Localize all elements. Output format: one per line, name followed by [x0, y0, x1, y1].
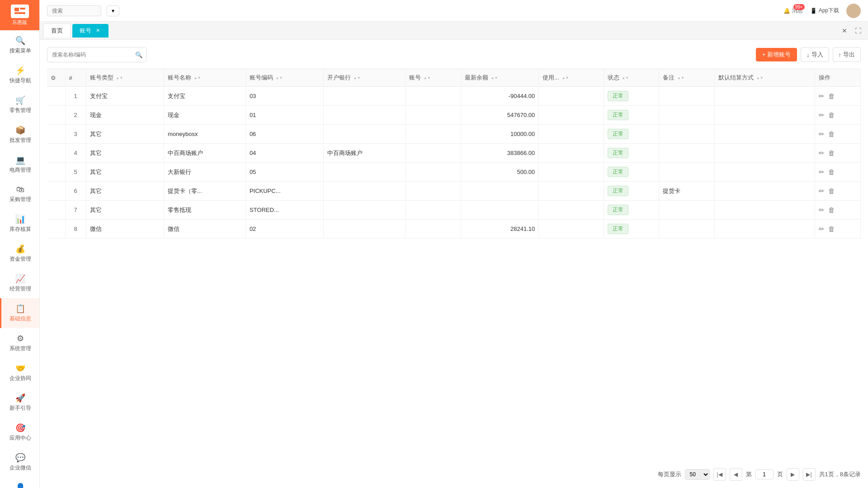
- row-actions-3: ✏ 🗑: [815, 144, 860, 163]
- delete-button-5[interactable]: 🗑: [828, 187, 835, 195]
- search-button[interactable]: 🔍: [132, 47, 146, 62]
- sidebar-label-quick-nav: 快捷导航: [9, 77, 31, 84]
- sidebar-item-quick-nav[interactable]: ⚡快捷导航: [0, 60, 39, 90]
- row-balance-6: [461, 201, 538, 220]
- tab-accounts[interactable]: 账号 ✕: [72, 24, 108, 38]
- sidebar-label-business-mgmt: 经营管理: [9, 285, 31, 293]
- header-dropdown[interactable]: ▾: [107, 5, 119, 16]
- row-account-code-7: 02: [245, 220, 323, 239]
- maximize-window-button[interactable]: ⛶: [852, 24, 864, 37]
- user-avatar[interactable]: [846, 4, 861, 18]
- table-row: 1 支付宝 支付宝 03 -90444.00 正常 ✏ 🗑: [47, 87, 861, 106]
- sidebar-item-business-mgmt[interactable]: 📈经营管理: [0, 268, 39, 298]
- delete-button-0[interactable]: 🗑: [828, 92, 835, 100]
- settings-icon[interactable]: ⚙: [51, 75, 56, 81]
- edit-button-7[interactable]: ✏: [819, 225, 825, 233]
- row-account-code-4: 05: [245, 163, 323, 182]
- delete-button-7[interactable]: 🗑: [828, 225, 835, 233]
- page-number-input[interactable]: [755, 469, 774, 479]
- sidebar-label-wholesale-mgmt: 批发管理: [9, 136, 31, 144]
- row-bank-5: [324, 182, 406, 201]
- row-account-name-4: 大新银行: [164, 163, 245, 182]
- row-bank-3: 中百商场账户: [324, 144, 406, 163]
- prev-page-button[interactable]: ◀: [730, 468, 742, 481]
- col-remark: 备注 ▲▼: [659, 69, 715, 87]
- sort-account-name-icon[interactable]: ▲▼: [194, 76, 201, 80]
- sidebar-label-purchase-mgmt: 采购管理: [9, 196, 31, 203]
- status-badge-5: 正常: [608, 186, 628, 196]
- sidebar-item-purchase-mgmt[interactable]: 🛍采购管理: [0, 179, 39, 209]
- sidebar-item-enterprise-wechat[interactable]: 💬企业微信: [0, 447, 39, 477]
- delete-button-3[interactable]: 🗑: [828, 149, 835, 157]
- last-page-button[interactable]: ▶|: [803, 468, 816, 481]
- sidebar-item-ecommerce-mgmt[interactable]: 💻电商管理: [0, 150, 39, 179]
- sort-account-code-icon[interactable]: ▲▼: [276, 76, 283, 80]
- sort-account-type-icon[interactable]: ▲▼: [116, 76, 123, 80]
- sidebar-item-basic-info[interactable]: 📋基础信息: [0, 298, 39, 328]
- app-download-button[interactable]: 📱 App下载: [810, 7, 839, 14]
- page-size-select[interactable]: 50 100 200: [685, 469, 710, 480]
- col-balance: 最新余额 ▲▼: [461, 69, 538, 87]
- edit-button-5[interactable]: ✏: [819, 187, 825, 195]
- sidebar-item-enterprise-agreement[interactable]: 🤝企业协同: [0, 358, 39, 388]
- sidebar-item-search-menu[interactable]: 🔍搜索菜单: [0, 30, 39, 60]
- row-status-3: 正常: [604, 144, 659, 163]
- delete-button-2[interactable]: 🗑: [828, 130, 835, 138]
- row-status-0: 正常: [604, 87, 659, 106]
- sort-account-no-icon[interactable]: ▲▼: [424, 76, 431, 80]
- sidebar-item-inventory-calc[interactable]: 📊库存核算: [0, 209, 39, 239]
- message-button[interactable]: 🔔 消息 99+: [783, 7, 803, 14]
- sidebar-icon-inventory-calc: 📊: [15, 214, 25, 224]
- row-settings-4: [47, 163, 65, 182]
- account-search-input[interactable]: [47, 49, 132, 61]
- sort-bank-icon[interactable]: ▲▼: [354, 76, 361, 80]
- sidebar-item-sys-mgmt[interactable]: ⚙系统管理: [0, 328, 39, 358]
- sidebar: 乐惠版 🔍搜索菜单⚡快捷导航🛒零售管理📦批发管理💻电商管理🛍采购管理📊库存核算💰…: [0, 0, 40, 488]
- sort-settlement-icon[interactable]: ▲▼: [756, 76, 764, 80]
- first-page-button[interactable]: |◀: [713, 468, 726, 481]
- sort-status-icon[interactable]: ▲▼: [622, 76, 629, 80]
- sidebar-item-beginner-guide[interactable]: 🚀新手引导: [0, 388, 39, 418]
- sidebar-item-wholesale-mgmt[interactable]: 📦批发管理: [0, 120, 39, 150]
- row-num-6: 7: [65, 201, 86, 220]
- delete-button-6[interactable]: 🗑: [828, 206, 835, 214]
- row-usage-6: [539, 201, 604, 220]
- export-button[interactable]: ↑ 导出: [833, 47, 861, 62]
- edit-button-4[interactable]: ✏: [819, 168, 825, 176]
- row-bank-2: [324, 125, 406, 144]
- edit-button-6[interactable]: ✏: [819, 206, 825, 214]
- top-search-input[interactable]: [47, 5, 101, 16]
- sidebar-item-app-center[interactable]: 🎯应用中心: [0, 418, 39, 447]
- close-window-button[interactable]: ✕: [838, 24, 851, 37]
- sidebar-item-retail-mgmt[interactable]: 🛒零售管理: [0, 90, 39, 120]
- accounts-table-wrap: ⚙ # 账号类型 ▲▼ 账号名称 ▲▼ 账号编码 ▲▼ 开户银行 ▲▼ 账号 ▲…: [47, 69, 861, 239]
- sidebar-icon-purchase-mgmt: 🛍: [16, 185, 24, 194]
- sidebar-icon-beginner-guide: 🚀: [15, 393, 25, 403]
- sidebar-icon-app-center: 🎯: [15, 423, 25, 433]
- sidebar-label-search-menu: 搜索菜单: [9, 47, 31, 55]
- sidebar-label-inventory-calc: 库存核算: [9, 225, 31, 233]
- sidebar-item-finance-mgmt[interactable]: 💰资金管理: [0, 239, 39, 268]
- sort-balance-icon[interactable]: ▲▼: [491, 76, 498, 80]
- import-button[interactable]: ↓ 导入: [801, 47, 829, 62]
- edit-button-0[interactable]: ✏: [819, 92, 825, 100]
- sort-usage-icon[interactable]: ▲▼: [562, 76, 569, 80]
- next-page-button[interactable]: ▶: [787, 468, 799, 481]
- delete-button-4[interactable]: 🗑: [828, 168, 835, 176]
- row-balance-7: 28241.10: [461, 220, 538, 239]
- row-account-name-2: moneybosx: [164, 125, 245, 144]
- row-bank-6: [324, 201, 406, 220]
- tab-close-icon[interactable]: ✕: [94, 27, 101, 34]
- col-settings[interactable]: ⚙: [47, 69, 65, 87]
- row-account-code-3: 04: [245, 144, 323, 163]
- sort-remark-icon[interactable]: ▲▼: [677, 76, 684, 80]
- row-num-0: 1: [65, 87, 86, 106]
- delete-button-1[interactable]: 🗑: [828, 111, 835, 119]
- tab-home[interactable]: 首页: [43, 23, 71, 38]
- edit-button-1[interactable]: ✏: [819, 111, 825, 119]
- edit-button-2[interactable]: ✏: [819, 130, 825, 138]
- sidebar-label-sys-mgmt: 系统管理: [9, 345, 31, 352]
- edit-button-3[interactable]: ✏: [819, 149, 825, 157]
- add-account-button[interactable]: + 新增账号: [756, 48, 797, 61]
- sidebar-item-member[interactable]: 👤畅会员: [0, 477, 39, 488]
